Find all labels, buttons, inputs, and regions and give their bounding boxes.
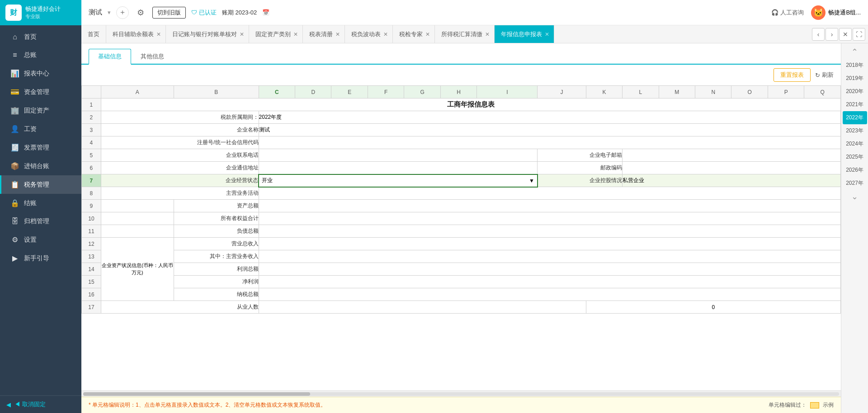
tab-close-icon[interactable]: ✕	[240, 31, 244, 38]
tab-close-all-button[interactable]: ✕	[839, 28, 852, 41]
total-revenue-value-cell[interactable]	[259, 238, 840, 250]
col-header-c[interactable]: C	[259, 86, 295, 99]
company-value-cell[interactable]: 测试	[259, 124, 840, 136]
col-header-q[interactable]: Q	[804, 86, 841, 99]
zipcode-value-cell[interactable]	[623, 162, 841, 174]
tab-journal[interactable]: 日记账与银行对账单核对 ✕	[166, 25, 249, 43]
address-value-cell[interactable]	[259, 162, 538, 174]
tab-close-active-icon[interactable]: ✕	[545, 31, 549, 38]
col-header-a[interactable]: A	[101, 86, 174, 99]
dropdown-arrow-icon[interactable]: ▼	[529, 178, 534, 184]
biz-status-dropdown-cell[interactable]: 开业 ▼	[259, 174, 538, 187]
sidebar-item-inventory[interactable]: 📦 进销台账	[0, 157, 81, 175]
col-header-j[interactable]: J	[538, 86, 586, 99]
tab-assets[interactable]: 固定资产类别 ✕	[249, 25, 303, 43]
year-item-2027[interactable]: 2027年	[843, 177, 867, 190]
col-header-b[interactable]: B	[174, 86, 259, 99]
holding-value-cell[interactable]: 私营企业	[623, 174, 841, 187]
sidebar-item-tax[interactable]: 📋 税务管理	[0, 175, 81, 194]
col-header-o[interactable]: O	[731, 86, 768, 99]
total-tax-value-cell[interactable]	[259, 288, 840, 301]
sidebar-item-settings[interactable]: ⚙ 设置	[0, 230, 81, 249]
year-up-button[interactable]: ⌃	[849, 45, 860, 59]
employees-num-cell[interactable]: 0	[586, 301, 840, 314]
tab-taxwave[interactable]: 税负波动表 ✕	[345, 25, 393, 43]
main-revenue-value-cell[interactable]	[259, 250, 840, 263]
sidebar-item-ledger[interactable]: ≡ 总账	[0, 46, 81, 64]
period-value-cell[interactable]: 2022年度	[259, 111, 840, 124]
tab-annual[interactable]: 年报信息申报表 ✕	[495, 25, 554, 43]
scrollbar-thumb[interactable]	[83, 392, 310, 396]
sidebar-item-invoice[interactable]: 🧾 发票管理	[0, 138, 81, 157]
col-header-k[interactable]: K	[586, 86, 622, 99]
settings-gear-button[interactable]: ⚙	[134, 6, 147, 19]
unpin-button[interactable]: ◀ ◀ 取消固定	[0, 395, 81, 413]
col-header-h[interactable]: H	[440, 86, 476, 99]
tab-taxform[interactable]: 税表清册 ✕	[303, 25, 345, 43]
phone-value-cell[interactable]	[259, 149, 538, 162]
tab-close-icon[interactable]: ✕	[383, 31, 388, 38]
reset-report-button[interactable]: 重置报表	[774, 68, 811, 82]
title-cell[interactable]: 工商年报信息表	[101, 99, 840, 111]
horizontal-scrollbar[interactable]	[81, 390, 841, 397]
col-header-i[interactable]: I	[477, 86, 538, 99]
year-item-2023[interactable]: 2023年	[843, 124, 867, 137]
col-header-m[interactable]: M	[659, 86, 695, 99]
year-item-2021[interactable]: 2021年	[843, 98, 867, 111]
year-item-2022[interactable]: 2022年	[843, 111, 867, 124]
dropdown-arrow-icon[interactable]: ▾	[108, 9, 111, 16]
liabilities-value-cell[interactable]	[259, 225, 840, 238]
net-profit-value-cell[interactable]	[259, 276, 840, 288]
year-item-2024[interactable]: 2024年	[843, 137, 867, 150]
sidebar-item-home[interactable]: ⌂ 首页	[0, 28, 81, 46]
user-info[interactable]: 🐱 畅捷通B组...	[811, 5, 861, 20]
sidebar-item-assets[interactable]: 🏢 固定资产	[0, 101, 81, 120]
col-header-l[interactable]: L	[623, 86, 659, 99]
year-item-2026[interactable]: 2026年	[843, 164, 867, 177]
employees-value-cell[interactable]	[259, 301, 586, 314]
tab-close-icon[interactable]: ✕	[335, 31, 340, 38]
consult-button[interactable]: 🎧 人工咨询	[771, 9, 804, 17]
col-header-e[interactable]: E	[331, 86, 368, 99]
sidebar-item-guide[interactable]: ▶ 新手引导	[0, 249, 81, 268]
tab-expand-button[interactable]: ⛶	[853, 28, 865, 41]
equity-value-cell[interactable]	[259, 212, 840, 225]
main-biz-value-cell[interactable]	[259, 187, 840, 200]
sidebar-item-archive[interactable]: 🗄 归档管理	[0, 212, 81, 230]
col-header-d[interactable]: D	[295, 86, 331, 99]
col-header-n[interactable]: N	[695, 86, 731, 99]
total-profit-value-cell[interactable]	[259, 263, 840, 276]
col-header-p[interactable]: P	[768, 86, 804, 99]
year-down-button[interactable]: ⌄	[849, 190, 860, 203]
calendar-icon[interactable]: 📅	[262, 9, 269, 16]
year-item-2020[interactable]: 2020年	[843, 85, 867, 98]
sidebar-item-reports[interactable]: 📊 报表中心	[0, 64, 81, 83]
year-item-2025[interactable]: 2025年	[843, 150, 867, 164]
sidebar-item-close[interactable]: 🔒 结账	[0, 194, 81, 212]
add-button[interactable]: ＋	[116, 6, 129, 19]
sidebar-item-capital[interactable]: 💳 资金管理	[0, 83, 81, 101]
tab-income[interactable]: 所得税汇算清缴 ✕	[435, 25, 495, 43]
year-item-2018[interactable]: 2018年	[843, 59, 867, 72]
refresh-button[interactable]: ↻ 刷新	[815, 71, 834, 79]
col-header-g[interactable]: G	[404, 86, 440, 99]
tab-prev-button[interactable]: ‹	[812, 28, 825, 41]
tab-close-icon[interactable]: ✕	[156, 31, 161, 38]
total-assets-value-cell[interactable]	[259, 200, 840, 212]
scrollbar-track[interactable]	[83, 392, 839, 396]
sub-tab-basic[interactable]: 基础信息	[89, 49, 131, 65]
tab-close-icon[interactable]: ✕	[485, 31, 490, 38]
tab-close-icon[interactable]: ✕	[425, 31, 430, 38]
reg-value-cell[interactable]	[259, 136, 840, 149]
year-item-2019[interactable]: 2019年	[843, 72, 867, 85]
col-header-f[interactable]: F	[368, 86, 404, 99]
dropdown-container[interactable]: 开业 ▼	[259, 176, 537, 185]
tab-subject[interactable]: 科目辅助余额表 ✕	[106, 25, 166, 43]
tab-home[interactable]: 首页	[81, 25, 106, 43]
tab-taxcheck[interactable]: 税检专家 ✕	[393, 25, 435, 43]
email-value-cell[interactable]	[623, 149, 841, 162]
switch-to-old-button[interactable]: 切到旧版	[152, 7, 186, 19]
tab-close-icon[interactable]: ✕	[293, 31, 298, 38]
sub-tab-other[interactable]: 其他信息	[131, 49, 174, 64]
tab-next-button[interactable]: ›	[826, 28, 838, 41]
